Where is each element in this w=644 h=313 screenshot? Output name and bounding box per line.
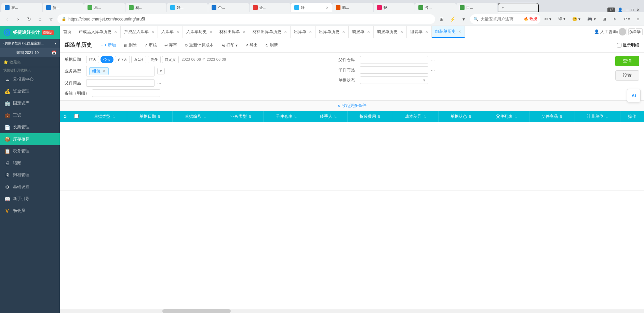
back-button[interactable]: ‹	[3, 15, 12, 24]
biz-type-input-area[interactable]: 组装 ✕	[86, 66, 155, 76]
home-button[interactable]: ⌂	[36, 15, 44, 24]
show-detail-label[interactable]: 显示明细	[623, 42, 639, 48]
abandon-button[interactable]: ↩ 弃审	[162, 41, 180, 49]
th-biz-type[interactable]: 业务类型 ⇅	[218, 111, 264, 122]
tab-outbound-close[interactable]: ✕	[309, 30, 312, 34]
sidebar-item-invoice[interactable]: 📄 发票管理	[0, 121, 60, 133]
tab-inbound-history[interactable]: 入库单历史 ✕	[183, 26, 216, 38]
scissors-button[interactable]: ✂ ▾	[542, 16, 553, 22]
address-bar[interactable]: 🔒 https://cloud.chanjet.com/accounting/u…	[57, 14, 435, 24]
recalculate-button[interactable]: ↺ 重新计算成本	[182, 41, 216, 49]
grid-button[interactable]: ⊞	[601, 16, 608, 22]
browser-tab-3[interactable]: 易...	[84, 3, 125, 12]
browser-tab-7[interactable]: 企...	[250, 3, 291, 12]
refresh-browser-button[interactable]: ↻	[25, 15, 33, 24]
export-button[interactable]: ↗ 导出	[242, 41, 260, 49]
sidebar-item-member[interactable]: V 畅会员	[0, 205, 60, 217]
th-bill-date[interactable]: 单据日期 ⇅	[127, 111, 173, 122]
biz-type-dropdown[interactable]: ▾	[157, 68, 165, 74]
browser-tab-5[interactable]: 好...	[167, 3, 208, 12]
undo-button[interactable]: ↶ ▾	[621, 16, 632, 22]
tab-material-out-history[interactable]: 材料出库单历史 ✕	[249, 26, 291, 38]
biz-type-tag-close[interactable]: ✕	[102, 69, 106, 74]
select-all-checkbox[interactable]	[74, 114, 79, 118]
delete-button[interactable]: 🗑 删除	[121, 41, 139, 49]
tab-assembly[interactable]: 组装单 ✕	[407, 26, 432, 38]
tab-transfer-history[interactable]: 调拨单历史 ✕	[374, 26, 407, 38]
th-parent-list[interactable]: 父件列表 ⇅	[484, 111, 529, 122]
tab-material-out[interactable]: 材料出库单 ✕	[216, 26, 249, 38]
tab-transfer-history-close[interactable]: ✕	[400, 30, 403, 34]
tab-assembly-history[interactable]: 组装单历史 ✕	[432, 26, 465, 38]
tab-inbound-close[interactable]: ✕	[176, 30, 179, 34]
tab-material-out-close[interactable]: ✕	[243, 30, 245, 34]
show-detail-checkbox[interactable]	[617, 43, 621, 47]
th-bill-status[interactable]: 单据状态 ⇅	[438, 111, 484, 122]
maximize-button[interactable]: □	[631, 8, 634, 12]
profile-icon[interactable]: 👤	[618, 8, 623, 12]
browser-tab-4[interactable]: 易...	[125, 3, 166, 12]
parent-goods-input[interactable]	[86, 79, 155, 87]
tab-production-in-close[interactable]: ✕	[151, 30, 154, 34]
tab-inbound-history-close[interactable]: ✕	[210, 30, 212, 34]
bookmark-button[interactable]: ☆	[46, 15, 55, 24]
search-input[interactable]	[481, 17, 522, 22]
child-goods-more-icon[interactable]: ···	[431, 67, 435, 73]
sidebar-item-guide[interactable]: 📖 新手引导	[0, 193, 60, 205]
tab-production-in-history[interactable]: 产成品入库单历史 ✕	[75, 26, 121, 38]
parent-warehouse-input[interactable]	[360, 56, 428, 63]
tab-transfer[interactable]: 调拨单 ✕	[349, 26, 374, 38]
th-bill-no[interactable]: 单据编号 ⇅	[173, 111, 218, 122]
th-handler[interactable]: 经手人 ⇅	[309, 111, 348, 122]
th-child-warehouse[interactable]: 子件仓库 ⇅	[264, 111, 309, 122]
browser-tab-1[interactable]: 在...	[1, 3, 42, 12]
sidebar-item-cloud-report[interactable]: ☁ 云报表中心	[0, 73, 60, 85]
tab-home[interactable]: 首页	[60, 26, 75, 38]
date-btn-7days[interactable]: 近7天	[115, 56, 130, 63]
ai-button[interactable]: Ai	[627, 89, 641, 102]
status-select[interactable]: ▾	[360, 76, 428, 84]
sidebar-item-fixed-assets[interactable]: 🏢 固定资产	[0, 97, 60, 109]
flash-button[interactable]: ⚡	[448, 15, 457, 24]
menu-button[interactable]: ≡	[635, 16, 641, 22]
date-btn-more[interactable]: 更多	[148, 56, 161, 63]
dropdown-button[interactable]: ▾	[459, 15, 468, 24]
th-parent-goods[interactable]: 父件商品 ⇅	[529, 111, 575, 122]
company-selector[interactable]: (勿删勿禁用) 江西服宝测试专用 ▾	[0, 39, 60, 48]
tab-close-8[interactable]: ✕	[326, 6, 328, 10]
favorites-section[interactable]: ⭐ 收藏夹	[0, 58, 60, 67]
th-disassembly-fee[interactable]: 拆装费用 ⇅	[347, 111, 393, 122]
browser-tab-10[interactable]: 畅...	[374, 3, 415, 12]
tab-outbound-history-close[interactable]: ✕	[342, 30, 345, 34]
date-btn-custom[interactable]: 自定义	[162, 56, 179, 63]
child-goods-input[interactable]	[360, 66, 428, 74]
th-cost-diff[interactable]: 成本差异 ⇅	[393, 111, 438, 122]
customer-service-icon[interactable]: 👤 人工咨询	[594, 29, 617, 35]
query-button[interactable]: 查询	[615, 56, 639, 66]
browser-tab-12[interactable]: 目...	[456, 3, 497, 12]
sidebar-item-settlement[interactable]: 🖨 结账	[0, 157, 60, 169]
tab-production-in-history-close[interactable]: ✕	[114, 30, 117, 34]
sidebar-item-inventory[interactable]: 📦 库存核算	[0, 133, 60, 145]
date-btn-1month[interactable]: 近1月	[131, 56, 146, 63]
th-unit[interactable]: 计量单位 ⇅	[575, 111, 620, 122]
brightness-button[interactable]: ☀	[611, 16, 619, 22]
filter-settings-button[interactable]: 设置	[615, 70, 639, 81]
period-selector[interactable]: 账期 2021-10 📅	[0, 48, 60, 58]
browser-tab-9[interactable]: 腾...	[332, 3, 373, 12]
browser-tab-6[interactable]: 个...	[208, 3, 249, 12]
close-button[interactable]: ✕	[636, 8, 640, 12]
th-settings[interactable]: ⚙	[60, 111, 71, 122]
tab-material-out-history-close[interactable]: ✕	[284, 30, 287, 34]
th-bill-type[interactable]: 单据类型 ⇅	[82, 111, 127, 122]
tab-outbound-history[interactable]: 出库单历史 ✕	[316, 26, 349, 38]
date-btn-yesterday[interactable]: 昨天	[86, 56, 99, 63]
tab-assembly-history-close[interactable]: ✕	[458, 30, 461, 33]
table-settings-icon[interactable]: ⚙	[63, 114, 67, 119]
tab-transfer-close[interactable]: ✕	[367, 30, 370, 34]
browser-search-bar[interactable]: 🔍 🔥 热搜	[470, 14, 540, 24]
sidebar-item-settings[interactable]: ⚙ 基础设置	[0, 181, 60, 193]
new-tab-button[interactable]: +	[498, 3, 539, 12]
print-button[interactable]: 🖨 打印 ▾	[218, 41, 240, 49]
translate-button[interactable]: 译 ▾	[556, 15, 567, 23]
